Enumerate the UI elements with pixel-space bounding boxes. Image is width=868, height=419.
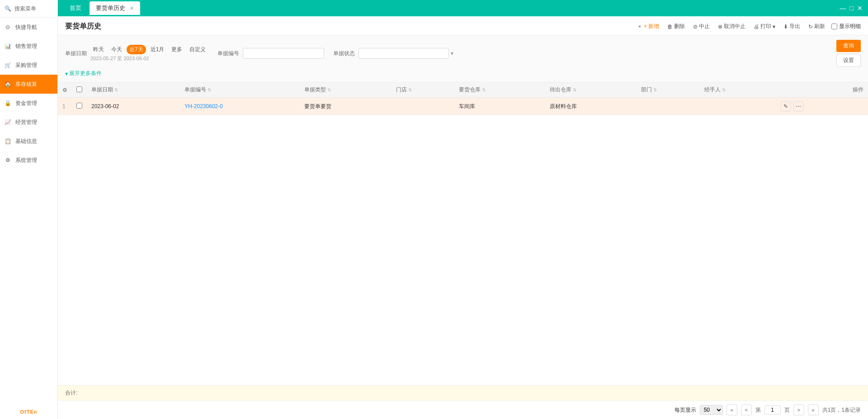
sidebar-item-label: 销售管理 xyxy=(15,43,37,50)
row-ops: ✎ ⋯ xyxy=(776,98,868,115)
info-icon: 📋 xyxy=(4,137,12,145)
sort-docno-icon[interactable]: ⇅ xyxy=(208,87,211,92)
cancel-suspend-button[interactable]: ⊗ 取消中止 xyxy=(716,22,747,31)
th-doc-type: 单据类型⇅ xyxy=(300,82,392,98)
sidebar-item-label: 资金管理 xyxy=(15,100,37,107)
row-doc-no: YH-20230602-0 xyxy=(180,98,300,115)
sort-store-icon[interactable]: ⇅ xyxy=(408,87,412,92)
chart-icon: 📊 xyxy=(4,42,12,50)
expand-icon: ▾ xyxy=(65,71,68,77)
sort-handler-icon[interactable]: ⇅ xyxy=(722,87,726,92)
sidebar-item-finance-mgmt[interactable]: 🔒 资金管理 xyxy=(0,94,57,113)
show-detail-checkbox[interactable] xyxy=(831,24,837,29)
table-header: ⚙ 单据日期⇅ 单据编号⇅ 单据类型⇅ xyxy=(58,82,868,98)
page-size-select[interactable]: 20 50 100 xyxy=(700,405,723,415)
export-button[interactable]: ⬇ 导出 xyxy=(782,22,802,31)
sidebar-search[interactable]: 🔍 搜索菜单 xyxy=(0,0,57,18)
select-all-checkbox[interactable] xyxy=(76,86,82,92)
minimize-button[interactable]: — xyxy=(840,5,846,12)
current-page-input[interactable] xyxy=(764,405,781,414)
sort-dept-icon[interactable]: ⇅ xyxy=(653,87,657,92)
refresh-button[interactable]: ↻ 刷新 xyxy=(807,22,827,31)
row-num: 1 xyxy=(58,98,72,115)
maximize-button[interactable]: □ xyxy=(850,5,854,12)
print-dropdown-icon: ▾ xyxy=(773,24,775,30)
sidebar-item-basic-info[interactable]: 📋 基础信息 xyxy=(0,132,57,151)
show-detail-toggle[interactable]: 显示明细 xyxy=(831,23,861,30)
tab-home[interactable]: 首页 xyxy=(63,1,88,15)
sort-doctype-icon[interactable]: ⇅ xyxy=(327,87,331,92)
row-checkbox-cell xyxy=(72,98,87,115)
pagination-bar: 每页显示 20 50 100 « < 第 页 > » 共1页，1条记录 xyxy=(58,400,868,419)
requisition-table: ⚙ 单据日期⇅ 单据编号⇅ 单据类型⇅ xyxy=(58,82,868,115)
next-page-button[interactable]: > xyxy=(793,405,804,415)
tab-home-label: 首页 xyxy=(70,4,81,12)
shortcut-yesterday[interactable]: 昨天 xyxy=(90,45,107,54)
delete-button[interactable]: 🗑 删除 xyxy=(665,22,687,31)
date-label: 单据日期 xyxy=(65,50,87,57)
th-doc-no: 单据编号⇅ xyxy=(180,82,300,98)
sidebar-item-ops-mgmt[interactable]: 📈 经营管理 xyxy=(0,113,57,132)
shortcut-7days[interactable]: 近7天 xyxy=(127,45,146,54)
filter-buttons: 查询 设置 xyxy=(836,40,861,67)
page-title: 要货单历史 xyxy=(65,22,101,31)
row-handler xyxy=(700,98,777,115)
suspend-icon: ⊘ xyxy=(693,24,698,30)
sidebar-item-inventory[interactable]: 🏠 库存核算 xyxy=(0,75,57,94)
doc-no-input[interactable] xyxy=(243,48,324,59)
print-button[interactable]: 🖨 打印 ▾ xyxy=(752,22,777,31)
status-dropdown-icon[interactable]: ▾ xyxy=(451,50,453,57)
settings-button[interactable]: 设置 xyxy=(836,54,861,67)
th-req-warehouse: 要货仓库⇅ xyxy=(454,82,545,98)
close-button[interactable]: ✕ xyxy=(857,5,863,12)
content-area: 要货单历史 ＋ + 新增 🗑 删除 ⊘ 中止 ⊗ 取消中止 xyxy=(58,16,868,419)
more-icon[interactable]: ⋯ xyxy=(793,101,803,111)
search-button[interactable]: 查询 xyxy=(836,40,861,52)
sidebar-item-sales-mgmt[interactable]: 📊 销售管理 xyxy=(0,37,57,56)
sort-reqwh-icon[interactable]: ⇅ xyxy=(482,87,486,92)
filter-area: 单据日期 昨天 今天 近7天 近1月 更多 自定义 2023-05-27 至 2… xyxy=(58,35,868,82)
sidebar-item-label: 基础信息 xyxy=(15,138,37,145)
prev-page-button[interactable]: < xyxy=(741,405,752,415)
date-filter: 单据日期 昨天 今天 近7天 近1月 更多 自定义 2023-05-27 至 2… xyxy=(65,45,208,62)
sidebar-item-label: 库存核算 xyxy=(15,81,37,88)
row-store xyxy=(392,98,454,115)
shortcut-custom[interactable]: 自定义 xyxy=(187,45,208,54)
new-button[interactable]: ＋ + 新增 xyxy=(635,22,661,31)
table-row[interactable]: 1 2023-06-02 YH-20230602-0 要货单要货 车间库 原材料… xyxy=(58,98,868,115)
th-handler: 经手人⇅ xyxy=(700,82,777,98)
settings-icon[interactable]: ⚙ xyxy=(62,87,67,93)
doc-no-link[interactable]: YH-20230602-0 xyxy=(184,103,223,110)
page-unit: 页 xyxy=(784,406,790,414)
sort-pendwh-icon[interactable]: ⇅ xyxy=(573,87,576,92)
shortcut-today[interactable]: 今天 xyxy=(108,45,125,54)
sort-date-icon[interactable]: ⇅ xyxy=(114,87,118,92)
main-area: 首页 要货单历史 ✕ — □ ✕ 要货单历史 ＋ + 新增 🗑 删除 xyxy=(58,0,868,419)
cart-icon: 🛒 xyxy=(4,61,12,69)
ops-cell: ✎ ⋯ xyxy=(781,101,863,111)
suspend-button[interactable]: ⊘ 中止 xyxy=(691,22,712,31)
expand-more-button[interactable]: ▾ 展开更多条件 xyxy=(65,70,861,77)
table-area: ⚙ 单据日期⇅ 单据编号⇅ 单据类型⇅ xyxy=(58,82,868,385)
row-checkbox[interactable] xyxy=(76,103,82,109)
search-icon: 🔍 xyxy=(4,5,12,13)
first-page-button[interactable]: « xyxy=(726,405,737,415)
header-actions: ＋ + 新增 🗑 删除 ⊘ 中止 ⊗ 取消中止 🖨 打印 xyxy=(635,22,861,31)
page-size-label: 每页显示 xyxy=(675,406,696,414)
th-ops: 操作 xyxy=(776,82,868,98)
tab-requisition-label: 要货单历史 xyxy=(96,4,125,12)
doc-no-filter: 单据编号 xyxy=(217,48,324,59)
last-page-button[interactable]: » xyxy=(808,405,819,415)
date-shortcuts: 昨天 今天 近7天 近1月 更多 自定义 xyxy=(90,45,208,54)
status-input[interactable] xyxy=(359,48,449,59)
sidebar-item-system-mgmt[interactable]: ⚙ 系统管理 xyxy=(0,151,57,170)
row-date: 2023-06-02 xyxy=(87,98,180,115)
shortcut-more[interactable]: 更多 xyxy=(169,45,185,54)
edit-icon[interactable]: ✎ xyxy=(781,101,791,111)
tab-close-icon[interactable]: ✕ xyxy=(130,5,134,11)
sidebar-item-quick-nav[interactable]: ⊙ 快捷导航 xyxy=(0,18,57,37)
sidebar-item-label: 经营管理 xyxy=(15,119,37,126)
tab-requisition-history[interactable]: 要货单历史 ✕ xyxy=(90,1,140,15)
shortcut-1month[interactable]: 近1月 xyxy=(148,45,167,54)
sidebar-item-purchase-mgmt[interactable]: 🛒 采购管理 xyxy=(0,56,57,75)
